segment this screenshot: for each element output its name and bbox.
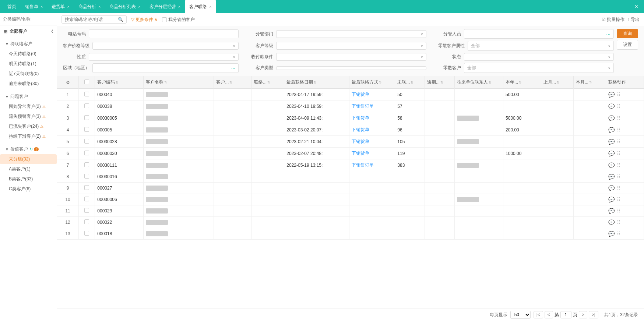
sidebar-item-ungroup[interactable]: 未分组(32) xyxy=(0,154,57,164)
batch-op-btn[interactable]: ☑ 批量操作 xyxy=(602,17,624,23)
phone-input[interactable] xyxy=(89,29,239,38)
row-checkbox-7[interactable] xyxy=(84,174,89,179)
search-input[interactable] xyxy=(65,17,116,22)
page-input[interactable] xyxy=(560,311,571,318)
refresh-icon[interactable]: ↻ xyxy=(29,147,33,152)
page-size-select[interactable]: 50 20 100 xyxy=(510,311,531,319)
row-checkbox-0[interactable] xyxy=(84,92,89,96)
call-icon[interactable]: 💬 xyxy=(608,103,615,109)
more-icon[interactable]: ⠿ xyxy=(617,219,620,225)
cust-level-select[interactable]: ∨ xyxy=(276,42,426,50)
sidebar-item-churn-warn[interactable]: 流失预警客户(3) ⚠ xyxy=(0,112,57,121)
code-sort[interactable]: ⇅ xyxy=(116,81,119,84)
more-icon[interactable]: ⠿ xyxy=(617,162,620,168)
my-customer-checkbox[interactable] xyxy=(162,17,167,22)
contact2-sort[interactable]: ⇅ xyxy=(489,81,492,84)
region-select[interactable]: ··· xyxy=(92,63,239,73)
price-tier-select[interactable]: ∨ xyxy=(92,42,239,50)
row-checkbox-6[interactable] xyxy=(84,162,89,167)
sidebar-item-class-a[interactable]: A类客户(1) xyxy=(0,164,57,174)
tab-customer-tier-close[interactable]: × xyxy=(178,4,180,9)
call-icon[interactable]: 💬 xyxy=(608,231,615,237)
more-icon[interactable]: ⠿ xyxy=(617,231,620,237)
cust-type-select[interactable] xyxy=(276,66,426,70)
lastway-sort[interactable]: ⇅ xyxy=(379,81,382,84)
call-icon[interactable]: 💬 xyxy=(608,162,615,168)
row-checkbox-12[interactable] xyxy=(84,231,89,236)
tab-customer-contact[interactable]: 客户联络 × xyxy=(185,0,216,13)
lastway-link[interactable]: 下销货单 xyxy=(352,151,369,156)
sidebar-group-value-header[interactable]: ▼ 价值客户 ↻ ! xyxy=(0,144,57,154)
sidebar-item-class-c[interactable]: C类客户(6) xyxy=(0,184,57,194)
sidebar-item-abnormal[interactable]: 囤购异常客户(2) ⚠ xyxy=(0,102,57,112)
more-icon[interactable]: ⠿ xyxy=(617,208,620,214)
more-icon[interactable]: ⠿ xyxy=(617,127,620,133)
prev-page-btn[interactable]: < xyxy=(545,311,553,318)
tab-analysis-list-close[interactable]: × xyxy=(138,4,140,9)
export-btn[interactable]: ↑ 导出 xyxy=(627,17,640,23)
select-all-checkbox[interactable] xyxy=(84,80,89,84)
more-icon[interactable]: ⠿ xyxy=(617,174,620,180)
lastway-link[interactable]: 下销货单 xyxy=(352,115,369,120)
tab-bar-close-icon[interactable]: × xyxy=(632,3,641,10)
more-icon[interactable]: ⠿ xyxy=(617,151,620,156)
call-icon[interactable]: 💬 xyxy=(608,208,615,214)
row-checkbox-11[interactable] xyxy=(84,219,89,224)
lastway-link[interactable]: 下销售订单 xyxy=(352,162,374,167)
settings-icon[interactable]: ⚙ xyxy=(66,80,70,85)
call-icon[interactable]: 💬 xyxy=(608,219,615,225)
tab-analysis-close[interactable]: × xyxy=(98,4,101,9)
sidebar-group-waiting-header[interactable]: ▼ 待联络客户 xyxy=(0,39,57,49)
call-icon[interactable]: 💬 xyxy=(608,185,615,191)
tab-home[interactable]: 首页 xyxy=(3,0,21,13)
first-page-btn[interactable]: |< xyxy=(534,311,543,318)
reset-button[interactable]: 设置 xyxy=(617,40,638,50)
dept-select[interactable]: ∨ xyxy=(276,30,426,38)
more-icon[interactable]: ⠿ xyxy=(617,139,620,145)
call-icon[interactable]: 💬 xyxy=(608,115,615,121)
tab-analysis-list[interactable]: 商品分析列表 × xyxy=(105,0,145,13)
sidebar-item-today[interactable]: 今天待联络(0) xyxy=(0,49,57,59)
row-checkbox-8[interactable] xyxy=(84,185,89,190)
row-checkbox-1[interactable] xyxy=(84,103,89,108)
status-select[interactable]: ∨ xyxy=(464,53,614,61)
tab-sales-close[interactable]: × xyxy=(41,4,43,9)
sidebar-item-declining[interactable]: 持续下滑客户(2) ⚠ xyxy=(0,131,57,141)
thisyear-sort[interactable]: ⇅ xyxy=(519,81,522,84)
nature-select[interactable]: ∨ xyxy=(89,53,239,61)
tab-sales[interactable]: 销售单 × xyxy=(21,0,47,13)
contact-sort[interactable]: ⇅ xyxy=(267,81,270,84)
row-checkbox-2[interactable] xyxy=(84,115,89,120)
next-page-btn[interactable]: > xyxy=(579,311,587,318)
tab-customer-contact-close[interactable]: × xyxy=(209,4,211,9)
row-checkbox-3[interactable] xyxy=(84,127,89,132)
row-checkbox-10[interactable] xyxy=(84,208,89,213)
sidebar-item-class-b[interactable]: B类客户(33) xyxy=(0,174,57,184)
call-icon[interactable]: 💬 xyxy=(608,151,615,156)
row-checkbox-9[interactable] xyxy=(84,197,89,201)
lastdate-sort[interactable]: ⇅ xyxy=(314,81,317,84)
sidebar-item-tomorrow[interactable]: 明天待联络(1) xyxy=(0,59,57,69)
tab-purchase-close[interactable]: × xyxy=(67,4,69,9)
lastmonth-sort[interactable]: ⇅ xyxy=(557,81,560,84)
lastway-link[interactable]: 下销售订单 xyxy=(352,103,374,109)
payment-select[interactable]: ∨ xyxy=(276,53,426,61)
lastway-link[interactable]: 下销货单 xyxy=(352,139,369,144)
sidebar-item-7days[interactable]: 近7天待联络(0) xyxy=(0,69,57,79)
more-icon[interactable]: ⠿ xyxy=(617,115,620,121)
name-sort[interactable]: ⇅ xyxy=(164,81,167,84)
more-icon[interactable]: ⠿ xyxy=(617,92,620,98)
call-icon[interactable]: 💬 xyxy=(608,139,615,145)
sidebar-item-churned[interactable]: 已流失客户(24) ⚠ xyxy=(0,121,57,131)
collapse-icon[interactable]: 《 xyxy=(49,29,53,34)
tab-analysis[interactable]: 商品分析 × xyxy=(74,0,105,13)
lastway-link[interactable]: 下销货单 xyxy=(352,92,369,97)
more-icon[interactable]: ⠿ xyxy=(617,103,620,109)
more-icon[interactable]: ⠿ xyxy=(617,197,620,202)
search-icon[interactable]: 🔍 xyxy=(118,17,123,22)
call-icon[interactable]: 💬 xyxy=(608,92,615,98)
thismonth-sort[interactable]: ⇅ xyxy=(589,81,592,84)
lastway-link[interactable]: 下销货单 xyxy=(352,127,369,132)
row-checkbox-5[interactable] xyxy=(84,151,89,155)
sidebar-search-input[interactable] xyxy=(3,17,57,22)
